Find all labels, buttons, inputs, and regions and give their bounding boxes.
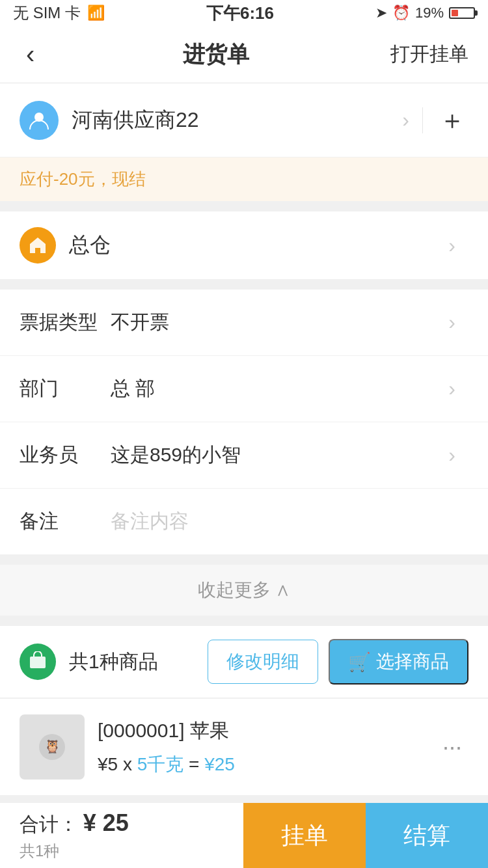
add-supplier-button[interactable]: ＋	[436, 99, 468, 141]
footer-total-sub: 共1种	[20, 841, 224, 861]
ticket-type-label: 票据类型	[20, 309, 98, 336]
products-header: 共1种商品 修改明细 🛒 选择商品	[0, 626, 488, 698]
back-button[interactable]: ‹	[20, 33, 41, 75]
warehouse-chevron-icon: ›	[448, 234, 455, 258]
supplier-chevron-icon: ›	[402, 108, 409, 132]
ticket-type-row[interactable]: 票据类型 不开票 ›	[0, 290, 488, 356]
warehouse-name: 总仓	[69, 231, 448, 260]
remark-placeholder: 备注内容	[98, 508, 468, 535]
department-chevron-icon: ›	[448, 377, 455, 401]
warehouse-icon	[20, 227, 56, 264]
salesperson-label: 业务员	[20, 442, 98, 468]
remark-label: 备注	[20, 508, 98, 535]
main-content: 河南供应商22 › ＋ 应付-20元，现结 总仓 › 票据类型 不开票 ›	[0, 83, 488, 867]
page-title: 进货单	[183, 40, 249, 70]
products-icon	[20, 644, 56, 680]
remark-row[interactable]: 备注 备注内容	[0, 489, 488, 554]
products-count: 共1种商品	[69, 649, 208, 675]
warehouse-row[interactable]: 总仓 ›	[0, 211, 488, 279]
carrier-text: 无 SIM 卡	[13, 3, 81, 23]
product-price: ¥5 x 5千克 = ¥25	[98, 752, 436, 777]
status-right: ➤ ⏰ 19%	[375, 5, 475, 21]
cart-icon	[27, 651, 48, 672]
select-product-icon: 🛒	[348, 651, 371, 673]
product-thumbnail: 🦉	[20, 714, 85, 780]
svg-text:🦉: 🦉	[44, 739, 61, 754]
footer-total-label: 合计：	[20, 813, 78, 835]
status-left: 无 SIM 卡 📶	[13, 3, 105, 23]
wifi-icon: 📶	[87, 5, 105, 21]
footer-total: 合计： ¥ 25 共1种	[0, 803, 243, 868]
product-multiply: x	[123, 754, 137, 774]
svg-rect-1	[35, 248, 40, 253]
ticket-type-chevron-icon: ›	[448, 310, 455, 334]
alarm-icon: ⏰	[392, 5, 410, 21]
product-thumb-image: 🦉	[33, 727, 72, 766]
salesperson-chevron-icon: ›	[448, 443, 455, 467]
ticket-type-value: 不开票	[98, 309, 448, 336]
vertical-divider	[422, 107, 423, 133]
salesperson-row[interactable]: 业务员 这是859的小智 ›	[0, 422, 488, 489]
nav-bar: ‹ 进货单 打开挂单	[0, 26, 488, 83]
footer-total-row: 合计： ¥ 25	[20, 809, 224, 838]
warehouse-svg	[27, 235, 48, 256]
product-equals: =	[189, 754, 204, 774]
svg-rect-2	[30, 657, 46, 668]
modify-detail-button[interactable]: 修改明细	[208, 640, 318, 684]
supplier-row[interactable]: 河南供应商22 › ＋	[0, 83, 488, 157]
product-total: ¥25	[204, 754, 235, 774]
product-unit-price: ¥5	[98, 754, 118, 774]
product-item: 🦉 [0000001] 苹果 ¥5 x 5千克 = ¥25 ···	[0, 699, 488, 795]
open-hang-button[interactable]: 打开挂单	[390, 41, 468, 68]
product-code: [0000001]	[98, 720, 184, 741]
footer-total-amount: ¥ 25	[83, 809, 129, 836]
collapse-bar[interactable]: 收起更多 ∧	[0, 565, 488, 616]
person-icon	[27, 109, 51, 132]
location-icon: ➤	[375, 5, 387, 21]
product-name: [0000001] 苹果	[98, 718, 436, 744]
product-quantity: 5千克	[137, 754, 184, 774]
checkout-button[interactable]: 结算	[366, 803, 488, 868]
supplier-avatar	[20, 101, 59, 140]
salesperson-value: 这是859的小智	[98, 442, 448, 468]
product-title: 苹果	[190, 720, 229, 741]
select-product-label: 选择商品	[376, 649, 449, 674]
status-time: 下午6:16	[206, 2, 274, 25]
product-info: [0000001] 苹果 ¥5 x 5千克 = ¥25	[98, 718, 436, 777]
footer: 合计： ¥ 25 共1种 挂单 结算	[0, 803, 488, 868]
supplier-name: 河南供应商22	[72, 106, 402, 135]
select-product-button[interactable]: 🛒 选择商品	[329, 639, 468, 685]
supplier-notice: 应付-20元，现结	[0, 157, 488, 201]
warehouse-section[interactable]: 总仓 ›	[0, 211, 488, 279]
status-bar: 无 SIM 卡 📶 下午6:16 ➤ ⏰ 19%	[0, 0, 488, 26]
battery-icon	[449, 7, 475, 19]
supplier-section: 河南供应商22 › ＋ 应付-20元，现结	[0, 83, 488, 201]
department-value: 总 部	[98, 375, 448, 402]
battery-percent: 19%	[415, 5, 444, 21]
department-row[interactable]: 部门 总 部 ›	[0, 356, 488, 422]
form-section: 票据类型 不开票 › 部门 总 部 › 业务员 这是859的小智 › 备注 备注…	[0, 290, 488, 554]
product-more-button[interactable]: ···	[436, 727, 468, 767]
hang-button[interactable]: 挂单	[243, 803, 366, 868]
department-label: 部门	[20, 375, 98, 402]
